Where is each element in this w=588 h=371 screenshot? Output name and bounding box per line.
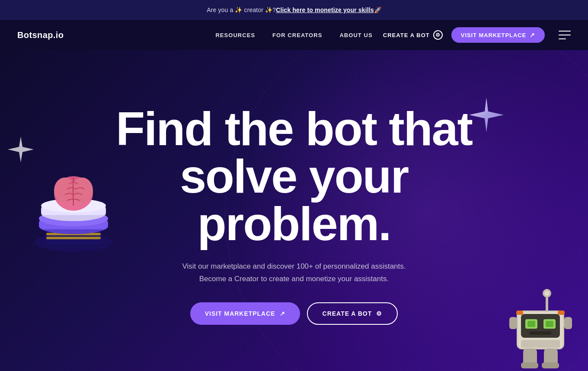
svg-point-13 (54, 178, 76, 203)
svg-rect-31 (521, 362, 538, 368)
svg-rect-33 (516, 311, 523, 315)
svg-rect-5 (46, 237, 101, 239)
btn-create-label: CREATE A BOT (323, 310, 372, 317)
brain-bot-illustration (24, 162, 123, 262)
nav-item-for-creators[interactable]: FOR CREATORS (272, 32, 322, 38)
hero-subtitle-line2: Become a Creator to create and monetize … (199, 275, 389, 283)
btn-visit-arrow-icon: ↗ (280, 310, 285, 317)
hero-subtitle-line1: Visit our marketplace and discover 100+ … (182, 262, 406, 270)
svg-rect-28 (521, 340, 560, 348)
svg-point-2 (35, 233, 112, 252)
hero-title-line1: Find the bot that (116, 102, 472, 155)
svg-marker-0 (8, 136, 34, 162)
svg-point-14 (71, 178, 93, 203)
hero-create-bot-button[interactable]: CREATE A BOT ⚙ (307, 302, 398, 325)
svg-point-26 (543, 289, 551, 298)
star-left-decoration (8, 136, 34, 162)
hero-visit-marketplace-button[interactable]: VISIT MARKETPLACE ↗ (190, 302, 300, 325)
btn-visit-label: VISIT MARKETPLACE (205, 310, 275, 317)
svg-rect-34 (558, 311, 565, 315)
robot-illustration (497, 276, 582, 369)
svg-rect-19 (543, 319, 556, 329)
svg-rect-25 (546, 295, 548, 312)
svg-point-6 (39, 219, 108, 234)
create-bot-link[interactable]: CREATE A BOT ⚙ (383, 30, 443, 40)
svg-marker-1 (469, 98, 504, 132)
banner-text-suffix: 🚀 (374, 6, 381, 13)
banner-text-prefix: Are you a ✨ creator ✨? (207, 6, 276, 13)
star-right-decoration (469, 98, 504, 132)
svg-rect-22 (530, 331, 551, 335)
navbar-right: CREATE A BOT ⚙ VISIT MARKETPLACE ↗ (383, 27, 571, 43)
menu-hamburger-icon[interactable] (559, 31, 571, 39)
svg-rect-3 (45, 231, 102, 244)
svg-rect-16 (518, 312, 563, 348)
svg-rect-18 (525, 319, 537, 329)
svg-point-12 (54, 176, 93, 211)
svg-rect-17 (521, 314, 560, 338)
nav-links: RESOURCES FOR CREATORS ABOUT US (215, 32, 372, 38)
svg-rect-23 (509, 317, 517, 329)
svg-point-27 (544, 291, 550, 296)
svg-point-11 (41, 199, 106, 212)
hero-content: Find the bot that solve your problem. Vi… (116, 105, 472, 324)
svg-rect-7 (39, 219, 108, 229)
hero-buttons: VISIT MARKETPLACE ↗ CREATE A BOT ⚙ (116, 302, 472, 325)
svg-rect-21 (546, 321, 553, 327)
hero-title-line3: problem. (198, 197, 391, 250)
nav-item-resources[interactable]: RESOURCES (215, 32, 255, 38)
svg-rect-30 (544, 349, 558, 366)
svg-rect-24 (564, 317, 572, 329)
banner-cta-link[interactable]: Click here to monetize your skills (276, 6, 374, 13)
gear-icon: ⚙ (433, 30, 443, 40)
svg-rect-10 (41, 206, 106, 215)
promo-banner: Are you a ✨ creator ✨? Click here to mon… (0, 0, 588, 20)
navbar: Botsnap.io RESOURCES FOR CREATORS ABOUT … (0, 20, 588, 50)
hero-section: Find the bot that solve your problem. Vi… (0, 50, 588, 371)
logo[interactable]: Botsnap.io (17, 30, 64, 40)
svg-rect-15 (517, 311, 564, 349)
svg-rect-20 (527, 321, 535, 327)
create-bot-label: CREATE A BOT (383, 32, 430, 38)
hero-subtitle: Visit our marketplace and discover 100+ … (153, 260, 435, 285)
svg-rect-29 (523, 349, 537, 366)
svg-point-9 (41, 206, 106, 221)
nav-item-about-us[interactable]: ABOUT US (339, 32, 372, 38)
svg-point-8 (39, 211, 108, 226)
btn-create-gear-icon: ⚙ (376, 310, 382, 317)
hero-title-line2: solve your (180, 149, 408, 203)
hero-title: Find the bot that solve your problem. (116, 105, 472, 247)
svg-rect-4 (46, 233, 101, 235)
arrow-icon: ↗ (530, 32, 535, 38)
visit-marketplace-button[interactable]: VISIT MARKETPLACE ↗ (451, 27, 545, 43)
svg-rect-32 (542, 362, 559, 368)
